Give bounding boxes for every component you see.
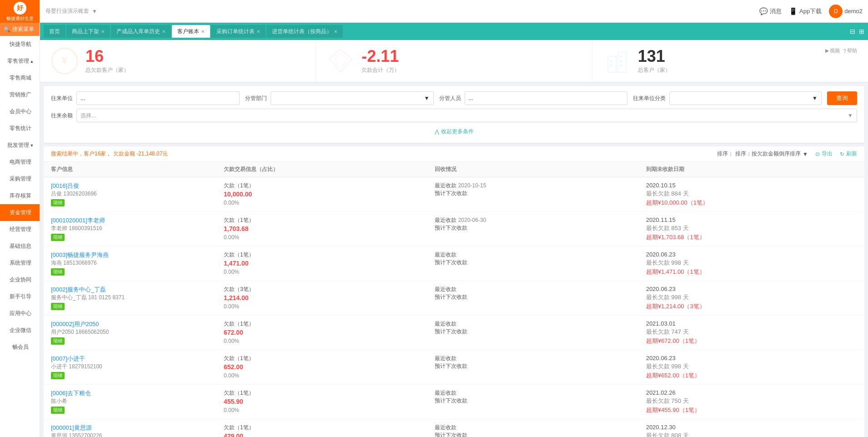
tabs-bar: 首页 商品上下架 ✕ 产成品入库单历史 ✕ 客户账本 ✕ 采购订单统计表 ✕ 进…	[40, 23, 868, 40]
next-payment-label: 预计下次收款	[435, 328, 646, 336]
overdue-link[interactable]: 超期¥10,000.00（1笔）	[646, 199, 857, 207]
sidebar-item-retail-stats[interactable]: 零售统计	[0, 120, 40, 137]
sort-btn[interactable]: 排序： 排序：按欠款金额倒序排序 ▼	[717, 150, 808, 158]
stat-total-customers-label: 总客户（家）	[638, 66, 818, 74]
tab-product-history[interactable]: 产成品入库单历史 ✕	[111, 25, 171, 38]
tab-product-listing[interactable]: 商品上下架 ✕	[66, 25, 110, 38]
export-btn[interactable]: ⊙ 导出	[815, 150, 833, 158]
sidebar-item-retail[interactable]: 零售管理 ▲	[0, 53, 40, 70]
overdue-days: 最长欠款 998 天	[646, 293, 857, 301]
tab-close-icon[interactable]: ✕	[162, 29, 166, 34]
tab-home[interactable]: 首页	[44, 25, 65, 38]
collapse-btn[interactable]: ⋀ 收起更多条件	[51, 126, 857, 137]
sidebar-item-batch[interactable]: 批发管理 ▼	[0, 137, 40, 154]
header-due: 到期未收款日期	[646, 166, 857, 173]
overdue-link[interactable]: 超期¥455.90（1笔）	[646, 406, 857, 414]
chevron-down-icon[interactable]: ▼	[92, 8, 97, 15]
payment-info: 最近收款 预计下次收款	[435, 286, 646, 301]
last-payment-label: 最近收款	[435, 217, 457, 223]
tab-close-icon[interactable]: ✕	[334, 29, 337, 34]
last-payment-label: 最近收款	[435, 424, 457, 431]
app-download-btn[interactable]: 📱 App下载	[789, 7, 822, 15]
sidebar-item-ecommerce[interactable]: 电商管理	[0, 154, 40, 171]
tab-customer-account[interactable]: 客户账本 ✕	[172, 25, 210, 38]
tab-purchase-stats[interactable]: 进货单统计表（按商品） ✕	[266, 25, 343, 38]
payment-info: 最近收款 2020-06-30 预计下次收款	[435, 216, 646, 232]
table-row: [000001]黄思源 黄思源 13552700226 现销 欠款（1笔） 42…	[44, 419, 864, 437]
svg-rect-9	[620, 60, 622, 62]
manager-input[interactable]: ...	[465, 91, 628, 105]
overdue-link[interactable]: 超期¥1,214.00（3笔）	[646, 302, 857, 311]
message-btn[interactable]: 💬 消息	[759, 7, 782, 15]
last-payment-label: 最近收款	[435, 182, 457, 189]
sidebar-item-operation[interactable]: 经营管理	[0, 221, 40, 238]
due-date: 2020.06.23	[646, 286, 857, 292]
sidebar-item-purchase[interactable]: 采购管理	[0, 171, 40, 187]
header-debt: 欠款交易信息（占比）	[224, 166, 435, 173]
tab-close-icon[interactable]: ✕	[256, 29, 260, 34]
overdue-link[interactable]: 超期¥1,703.68（1笔）	[646, 233, 857, 241]
refresh-label: 刷新	[846, 150, 857, 158]
from-unit-input[interactable]: ...	[76, 91, 240, 105]
overdue-link[interactable]: 超期¥652.00（1笔）	[646, 372, 857, 380]
sidebar-item-member[interactable]: 会员中心	[0, 103, 40, 120]
sidebar-item-system[interactable]: 系统管理	[0, 255, 40, 271]
overdue-days: 最长欠款 998 天	[646, 259, 857, 267]
tab-expand-icon[interactable]: ⊞	[859, 28, 864, 35]
help-btn[interactable]: ? 帮助	[843, 47, 857, 54]
sidebar-item-marketing[interactable]: 营销推广	[0, 86, 40, 103]
debt-ratio: 0.00%	[224, 336, 435, 344]
dept-dropdown[interactable]: ▼	[271, 91, 434, 105]
tab-purchase-order[interactable]: 采购订单统计表 ✕	[211, 25, 266, 38]
debt-ratio: 0.00%	[224, 301, 435, 310]
customer-name-link[interactable]: [0016]吕俊	[51, 182, 79, 189]
sidebar-item-newguide[interactable]: 新手引导	[0, 288, 40, 305]
svg-rect-8	[620, 55, 622, 58]
video-btn[interactable]: ▶ 视频	[825, 47, 840, 54]
tab-close-icon[interactable]: ✕	[201, 29, 205, 34]
sidebar-item-basic[interactable]: 基础信息	[0, 238, 40, 255]
sidebar-item-inventory[interactable]: 库存核算	[0, 187, 40, 204]
next-payment-label: 预计下次收款	[435, 259, 646, 266]
customer-name-link[interactable]: [0001020001]李老师	[51, 217, 105, 224]
sort-label: 排序：	[717, 150, 733, 158]
sidebar-item-corpwechat[interactable]: 企业微信	[0, 322, 40, 339]
collapse-label: 收起更多条件	[441, 128, 474, 136]
export-label: 导出	[822, 150, 833, 158]
tab-purchase-stats-label: 进货单统计表（按商品）	[272, 28, 332, 35]
overdue-link[interactable]: 超期¥672.00（1笔）	[646, 337, 857, 345]
sidebar-item-retail-mall[interactable]: 零售商城	[0, 70, 40, 86]
user-menu[interactable]: D demo2	[829, 5, 863, 18]
debt-info: 欠款（1笔） 429.00 0.00%	[224, 424, 435, 437]
debt-info: 欠款（1笔） 10,000.00 0.00%	[224, 182, 435, 206]
search-button[interactable]: 查询	[827, 91, 857, 105]
filter-section: 往来单位 ... 分管部门 ▼ 分管人员 ...	[44, 86, 864, 143]
sidebar-item-quicknav[interactable]: 快捷导航	[0, 36, 40, 53]
overdue-days: 最长欠款 884 天	[646, 190, 857, 198]
from-unit-label: 往来单位	[51, 95, 73, 102]
payment-info: 最近收款 2020-10-15 预计下次收款	[435, 182, 646, 197]
results-summary: 搜索结果中，客户16家， 欠款金额 -21,148.07元	[51, 150, 168, 158]
tab-close-icon[interactable]: ✕	[101, 29, 105, 34]
stat-total-customers: 131 总客户（家） ▶ 视频 ? 帮助	[592, 40, 868, 82]
sidebar-item-capital[interactable]: 资金管理	[0, 204, 40, 221]
last-payment-label: 最近收款	[435, 286, 457, 292]
customer-name-link[interactable]: [000001]黄思源	[51, 424, 92, 431]
search-menu-btn[interactable]: 🔍 搜索菜单	[0, 23, 40, 36]
customer-name-link[interactable]: [0003]畅捷服务尹海燕	[51, 251, 109, 258]
unit-category-dropdown[interactable]: ▼	[669, 91, 822, 105]
overdue-link[interactable]: 超期¥1,471.00（1笔）	[646, 268, 857, 276]
chevron-down-icon: ▼	[803, 151, 808, 157]
customer-name-link[interactable]: [0007]小进干	[51, 355, 85, 362]
refresh-btn[interactable]: ↻ 刷新	[840, 150, 857, 158]
collapse-icon: ⋀	[435, 129, 439, 135]
customer-name-link[interactable]: [0002]服务中心_丁磊	[51, 286, 106, 293]
sidebar-item-enterprise[interactable]: 企业协同	[0, 271, 40, 288]
sidebar-item-appstore[interactable]: 应用中心	[0, 305, 40, 322]
sidebar-item-vip[interactable]: 畅会员	[0, 339, 40, 356]
balance-select[interactable]: 选择... ▼	[76, 109, 857, 122]
tab-shrink-icon[interactable]: ⊟	[850, 28, 855, 35]
customer-name-link[interactable]: [000002]用户2050	[51, 321, 99, 327]
header-customer: 客户信息	[51, 166, 224, 173]
customer-name-link[interactable]: [0006]去下粮仓	[51, 390, 91, 397]
